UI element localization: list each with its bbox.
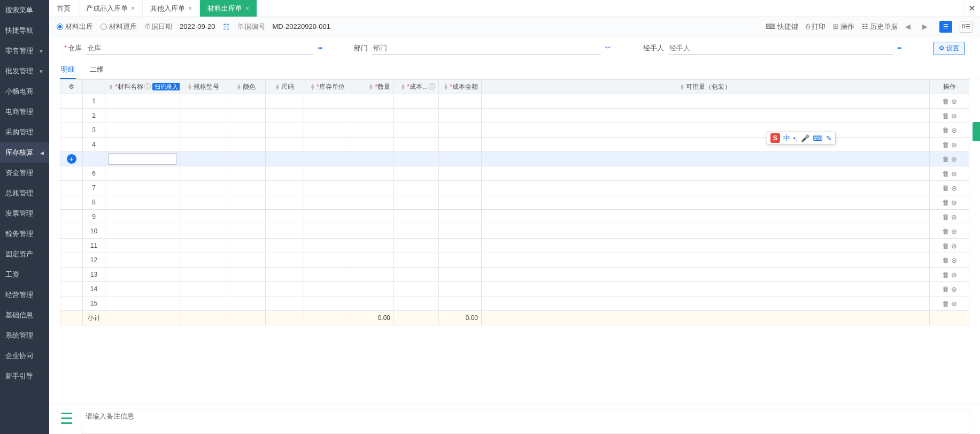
- copy-row-icon[interactable]: ⊕: [951, 285, 957, 293]
- sidebar-item[interactable]: 小畅电商: [0, 81, 49, 102]
- copy-row-icon[interactable]: ⊕: [951, 141, 957, 149]
- delete-row-icon[interactable]: 🗑: [942, 112, 949, 120]
- col-qty[interactable]: *数量: [351, 80, 394, 94]
- side-handle[interactable]: [973, 122, 980, 141]
- sidebar-item[interactable]: 系统管理: [0, 325, 49, 346]
- handler-input[interactable]: [668, 42, 892, 55]
- view-list-button[interactable]: ☰: [939, 21, 952, 33]
- radio-material-return[interactable]: 材料退库: [101, 22, 137, 32]
- sidebar-item[interactable]: 经营管理: [0, 285, 49, 305]
- operate-button[interactable]: ⊞ 操作: [833, 22, 854, 32]
- sidebar-item[interactable]: 工资: [0, 264, 49, 285]
- copy-row-icon[interactable]: ⊕: [951, 155, 957, 163]
- copy-row-icon[interactable]: ⊕: [951, 170, 957, 178]
- copy-row-icon[interactable]: ⊕: [951, 199, 957, 207]
- copy-row-icon[interactable]: ⊕: [951, 271, 957, 279]
- table-row[interactable]: 10🗑⊕: [60, 224, 969, 239]
- table-row[interactable]: 9🗑⊕: [60, 210, 969, 224]
- delete-row-icon[interactable]: 🗑: [942, 227, 949, 235]
- copy-row-icon[interactable]: ⊕: [951, 184, 957, 192]
- delete-row-icon[interactable]: 🗑: [942, 213, 949, 221]
- delete-row-icon[interactable]: 🗑: [942, 285, 949, 293]
- material-name-input[interactable]: [109, 153, 176, 165]
- delete-row-icon[interactable]: 🗑: [942, 155, 949, 163]
- table-row[interactable]: 2🗑⊕: [60, 109, 969, 123]
- calendar-icon[interactable]: ☷: [223, 22, 230, 31]
- sidebar-item[interactable]: 固定资产: [0, 244, 49, 264]
- copy-row-icon[interactable]: ⊕: [951, 300, 957, 308]
- view-grid-button[interactable]: 8☰: [960, 21, 973, 33]
- col-size[interactable]: 尺码: [266, 80, 304, 94]
- table-row[interactable]: 13🗑⊕: [60, 268, 969, 282]
- sidebar-item[interactable]: 库存核算: [0, 142, 49, 163]
- copy-row-icon[interactable]: ⊕: [951, 126, 957, 134]
- add-row-button[interactable]: +: [67, 154, 76, 164]
- col-amt[interactable]: *成本金额: [439, 80, 482, 94]
- table-row[interactable]: 14🗑⊕: [60, 282, 969, 296]
- table-row[interactable]: 15🗑⊕: [60, 296, 969, 311]
- table-row[interactable]: 12🗑⊕: [60, 253, 969, 268]
- sidebar-item[interactable]: 电商管理: [0, 102, 49, 122]
- table-row[interactable]: 7🗑⊕: [60, 181, 969, 195]
- sidebar-item[interactable]: 搜索菜单: [0, 0, 49, 20]
- col-avail[interactable]: 可用量（包装）: [482, 80, 930, 94]
- copy-row-icon[interactable]: ⊕: [951, 97, 957, 105]
- sidebar-item[interactable]: 批发管理▼: [0, 61, 49, 81]
- col-material-name[interactable]: *材料名称ⓘ扫码录入: [105, 80, 180, 94]
- copy-row-icon[interactable]: ⊕: [951, 213, 957, 221]
- subtab-detail[interactable]: 明细: [60, 65, 76, 79]
- sidebar-item[interactable]: 快捷导航: [0, 20, 49, 41]
- shortcut-button[interactable]: ⌨ 快捷键: [766, 22, 798, 32]
- print-button[interactable]: ⎙ 打印: [806, 22, 825, 32]
- ime-floating-bar[interactable]: S 中•, 🎤⌨✎: [767, 132, 836, 144]
- copy-row-icon[interactable]: ⊕: [951, 242, 957, 250]
- table-row[interactable]: 8🗑⊕: [60, 195, 969, 210]
- dept-dropdown-icon[interactable]: ﹀: [605, 44, 611, 53]
- delete-row-icon[interactable]: 🗑: [942, 126, 949, 134]
- copy-row-icon[interactable]: ⊕: [951, 112, 957, 120]
- dept-input[interactable]: [372, 42, 601, 55]
- table-row[interactable]: 1🗑⊕: [60, 94, 969, 109]
- table-row[interactable]: +🗑⊕: [60, 152, 969, 166]
- handler-more-icon[interactable]: ···: [897, 43, 901, 53]
- delete-row-icon[interactable]: 🗑: [942, 184, 949, 192]
- sidebar-item[interactable]: 零售管理▼: [0, 41, 49, 61]
- sidebar-item[interactable]: 总账管理: [0, 183, 49, 203]
- tab-close-icon[interactable]: ×: [188, 5, 192, 12]
- col-unit[interactable]: *库存单位: [304, 80, 351, 94]
- history-button[interactable]: ☷ 历史单据: [862, 22, 898, 32]
- subtab-2d[interactable]: 二维: [89, 65, 105, 79]
- sidebar-item[interactable]: 资金管理: [0, 163, 49, 183]
- col-cost[interactable]: *成本...ⓘ: [394, 80, 439, 94]
- col-color[interactable]: 颜色: [227, 80, 266, 94]
- date-value[interactable]: 2022-09-20: [180, 22, 215, 31]
- tab-close-icon[interactable]: ×: [131, 5, 135, 12]
- tab-close-icon[interactable]: ×: [245, 5, 249, 12]
- delete-row-icon[interactable]: 🗑: [942, 141, 949, 149]
- page-tab[interactable]: 产成品入库单×: [79, 0, 143, 17]
- gear-column-header[interactable]: ⚙: [60, 80, 83, 94]
- page-tab[interactable]: 其他入库单×: [143, 0, 200, 17]
- sidebar-item[interactable]: 采购管理: [0, 122, 49, 142]
- sidebar-item[interactable]: 发票管理: [0, 203, 49, 224]
- table-row[interactable]: 11🗑⊕: [60, 239, 969, 253]
- copy-row-icon[interactable]: ⊕: [951, 227, 957, 235]
- warehouse-input[interactable]: [86, 42, 313, 55]
- note-icon[interactable]: ☰: [60, 408, 73, 434]
- sidebar-item[interactable]: 企业协同: [0, 346, 49, 366]
- delete-row-icon[interactable]: 🗑: [942, 97, 949, 105]
- prev-doc-button[interactable]: ◀: [905, 22, 915, 31]
- next-doc-button[interactable]: ▶: [922, 22, 932, 31]
- delete-row-icon[interactable]: 🗑: [942, 242, 949, 250]
- radio-material-out[interactable]: 材料出库: [57, 22, 93, 32]
- page-tab[interactable]: 材料出库单×: [200, 0, 257, 17]
- delete-row-icon[interactable]: 🗑: [942, 271, 949, 279]
- sidebar-item[interactable]: 基础信息: [0, 305, 49, 325]
- table-row[interactable]: 6🗑⊕: [60, 166, 969, 181]
- delete-row-icon[interactable]: 🗑: [942, 170, 949, 178]
- delete-row-icon[interactable]: 🗑: [942, 300, 949, 308]
- page-tab[interactable]: 首页: [49, 0, 79, 17]
- delete-row-icon[interactable]: 🗑: [942, 256, 949, 264]
- close-all-tabs-button[interactable]: ✕: [963, 0, 980, 17]
- col-spec[interactable]: 规格型号: [180, 80, 227, 94]
